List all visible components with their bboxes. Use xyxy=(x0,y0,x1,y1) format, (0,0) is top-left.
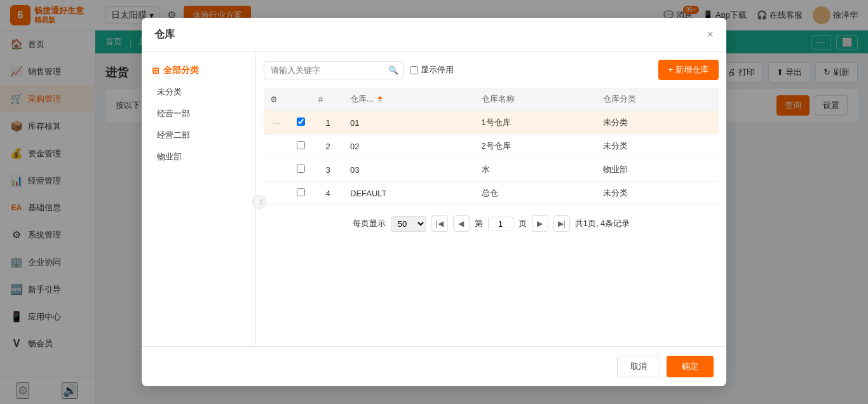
row-checkbox[interactable] xyxy=(297,118,305,126)
row-code: 03 xyxy=(344,158,475,182)
category-item-ops1[interactable]: 经营一部 xyxy=(142,103,255,125)
prev-page-button[interactable]: ◀ xyxy=(453,215,470,232)
row-actions xyxy=(264,135,289,158)
row-checkbox[interactable] xyxy=(297,165,305,173)
row-code: 01 xyxy=(344,111,475,135)
row-checkbox-cell[interactable] xyxy=(289,135,312,158)
row-checkbox-cell[interactable] xyxy=(289,111,312,135)
row-code: DEFAULT xyxy=(344,182,475,205)
row-category: 未分类 xyxy=(597,182,719,205)
page-input[interactable] xyxy=(488,217,513,231)
row-name: 水 xyxy=(475,158,597,182)
row-actions xyxy=(264,182,289,205)
col-check xyxy=(289,88,312,111)
row-num: 1 xyxy=(312,111,344,135)
confirm-button[interactable]: 确定 xyxy=(667,356,714,377)
row-code: 02 xyxy=(344,135,475,158)
col-category: 仓库分类 xyxy=(597,88,719,111)
last-page-button[interactable]: ▶| xyxy=(553,215,570,232)
modal-footer: 取消 确定 xyxy=(142,346,726,386)
table-row[interactable]: ··· 1 01 1号仓库 未分类 xyxy=(264,111,719,135)
modal-title: 仓库 xyxy=(154,28,175,41)
row-category: 物业部 xyxy=(597,158,719,182)
next-page-button[interactable]: ▶ xyxy=(532,215,548,232)
table-row[interactable]: 3 03 水 物业部 xyxy=(264,158,719,182)
show-disabled-label[interactable]: 显示停用 xyxy=(410,64,454,76)
search-icon[interactable]: 🔍 xyxy=(388,65,398,75)
col-settings[interactable]: ⚙ xyxy=(264,88,289,111)
sort-code-icon xyxy=(377,96,383,103)
col-num: # xyxy=(312,88,344,111)
modal-body: ⊞ 全部分类 未分类 经营一部 经营二部 物业部 《 🔍 xyxy=(142,52,726,346)
row-category: 未分类 xyxy=(597,135,719,158)
all-categories-header[interactable]: ⊞ 全部分类 xyxy=(142,60,255,81)
col-code[interactable]: 仓库... xyxy=(344,88,475,111)
modal-toolbar: 🔍 显示停用 + 新增仓库 xyxy=(264,60,719,80)
category-item-unclassified[interactable]: 未分类 xyxy=(142,81,255,103)
row-checkbox-cell[interactable] xyxy=(289,182,312,205)
table-row[interactable]: 4 DEFAULT 总仓 未分类 xyxy=(264,182,719,205)
search-input-wrap: 🔍 xyxy=(264,61,403,79)
row-num: 4 xyxy=(312,182,344,205)
pagination: 每页显示 50 100 |◀ ◀ 第 页 ▶ ▶| 共1页, 4条记录 xyxy=(264,205,719,237)
sidebar-collapse-button[interactable]: 《 xyxy=(252,195,266,209)
modal-table-area: 🔍 显示停用 + 新增仓库 ⚙ # xyxy=(256,52,726,346)
modal-close-button[interactable]: × xyxy=(707,28,714,41)
per-page-select[interactable]: 50 100 xyxy=(391,216,426,232)
row-checkbox[interactable] xyxy=(297,141,305,149)
modal-header: 仓库 × xyxy=(142,18,726,52)
row-name: 总仓 xyxy=(475,182,597,205)
warehouse-table: ⚙ # 仓库... 仓库名称 仓库分类 xyxy=(264,88,719,205)
add-warehouse-button[interactable]: + 新增仓库 xyxy=(658,60,719,80)
row-checkbox-cell[interactable] xyxy=(289,158,312,182)
row-name: 2号仓库 xyxy=(475,135,597,158)
search-input[interactable] xyxy=(264,61,403,79)
row-more-icon[interactable]: ··· xyxy=(273,118,280,128)
modal-category-sidebar: ⊞ 全部分类 未分类 经营一部 经营二部 物业部 xyxy=(142,52,256,346)
row-name: 1号仓库 xyxy=(475,111,597,135)
category-item-ops2[interactable]: 经营二部 xyxy=(142,125,255,146)
row-category: 未分类 xyxy=(597,111,719,135)
category-item-property[interactable]: 物业部 xyxy=(142,146,255,168)
cancel-button[interactable]: 取消 xyxy=(617,356,660,377)
warehouse-modal: 仓库 × ⊞ 全部分类 未分类 经营一部 经营二部 物业部 《 xyxy=(142,18,726,386)
show-disabled-checkbox[interactable] xyxy=(410,66,418,74)
row-checkbox[interactable] xyxy=(297,188,305,196)
col-name: 仓库名称 xyxy=(475,88,597,111)
table-row[interactable]: 2 02 2号仓库 未分类 xyxy=(264,135,719,158)
row-actions: ··· xyxy=(264,111,289,135)
row-num: 2 xyxy=(312,135,344,158)
row-actions xyxy=(264,158,289,182)
modal-overlay: 仓库 × ⊞ 全部分类 未分类 经营一部 经营二部 物业部 《 xyxy=(0,0,868,404)
row-num: 3 xyxy=(312,158,344,182)
first-page-button[interactable]: |◀ xyxy=(431,215,448,232)
